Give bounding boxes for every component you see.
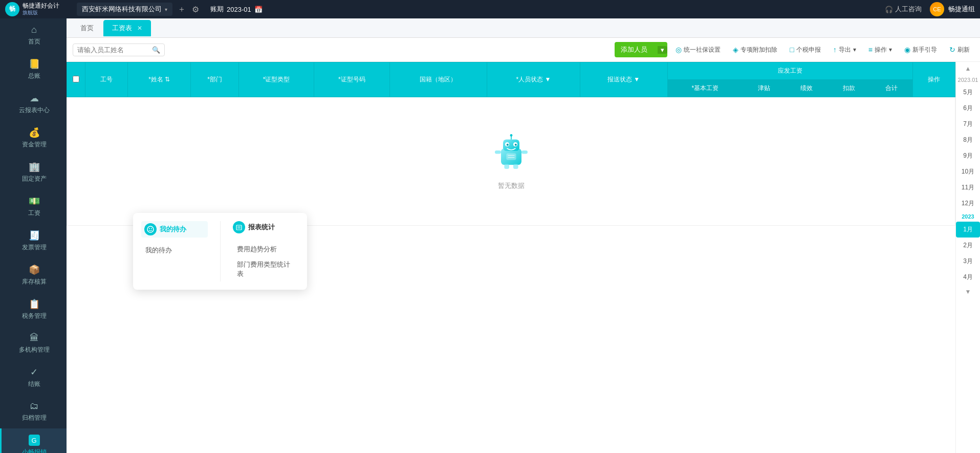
month-item-7[interactable]: 7月	[956, 116, 980, 132]
sidebar-item-salary[interactable]: 💵 工资	[0, 189, 67, 224]
popup-left-col: 我的待办 我的待办	[141, 221, 208, 282]
month-item-8[interactable]: 8月	[956, 132, 980, 148]
top-bar: 畅 畅捷通好会计 旗舰版 西安虾米网络科技有限公司 ▾ ＋ ⚙ 账期 2023-…	[0, 0, 980, 18]
th-cert-number: *证型号码	[314, 62, 389, 97]
sidebar-item-home[interactable]: ⌂ 首页	[0, 18, 67, 52]
tab-salary-table[interactable]: 工资表 ✕	[103, 20, 151, 36]
sidebar-item-closing[interactable]: ✓ 结账	[0, 360, 67, 395]
th-base-salary: *基本工资	[667, 80, 743, 97]
search-icon: 🔍	[152, 46, 160, 54]
tab-home[interactable]: 首页	[72, 20, 102, 36]
invoice-icon: 🧾	[29, 230, 40, 241]
special-deduction-btn[interactable]: ◈ 专项附加扣除	[729, 44, 781, 56]
sidebar-item-tax[interactable]: 📋 税务管理	[0, 292, 67, 327]
th-deduction: 扣款	[827, 80, 870, 97]
logo-area: 畅 畅捷通好会计 旗舰版	[5, 2, 72, 16]
social-insurance-icon: ◎	[676, 46, 682, 54]
operations-label: 操作	[875, 46, 887, 54]
social-insurance-label: 统一社保设置	[684, 46, 721, 54]
month-item-2[interactable]: 2月	[956, 238, 980, 253]
add-icon[interactable]: ＋	[178, 4, 186, 15]
select-all-checkbox[interactable]	[73, 76, 79, 82]
company-selector[interactable]: 西安虾米网络科技有限公司 ▾	[77, 3, 172, 16]
special-deduction-icon: ◈	[733, 46, 738, 54]
home-icon: ⌂	[31, 25, 37, 35]
top-actions: ＋ ⚙ 账期 2023-01 📅	[178, 4, 263, 15]
ledger-icon: 📒	[29, 58, 40, 70]
month-item-5[interactable]: 5月	[956, 84, 980, 100]
sidebar-label-assets: 固定资产	[22, 175, 47, 183]
month-item-1[interactable]: 1月	[956, 222, 980, 238]
support-button[interactable]: 🎧 人工咨询	[885, 5, 922, 14]
calendar-icon[interactable]: 📅	[254, 6, 263, 13]
popup-left-header[interactable]: 我的待办	[141, 221, 208, 238]
sidebar-item-ledger[interactable]: 📒 总账	[0, 52, 67, 87]
popup-divider	[220, 221, 221, 282]
social-insurance-btn[interactable]: ◎ 统一社保设置	[671, 44, 725, 56]
month-item-11[interactable]: 11月	[956, 180, 980, 196]
empty-robot-icon	[491, 132, 532, 173]
sidebar-item-fund[interactable]: 💰 资金管理	[0, 121, 67, 155]
popup-dept-expense[interactable]: 部门费用类型统计表	[233, 257, 299, 282]
sidebar-item-invoice[interactable]: 🧾 发票管理	[0, 224, 67, 258]
refresh-icon: ↻	[949, 46, 955, 54]
add-btn-arrow-icon[interactable]: ▾	[658, 46, 667, 54]
logo-text: 畅捷通好会计	[23, 2, 59, 9]
month-item-6[interactable]: 6月	[956, 100, 980, 116]
sidebar: ⌂ 首页 📒 总账 ☁ 云报表中心 💰 资金管理 🏢 固定资产 💵 工资 🧾 发…	[0, 18, 67, 453]
th-nationality: 国籍（地区）	[389, 62, 487, 97]
th-due-salary-group: 应发工资	[667, 62, 912, 80]
th-dept: *部门	[191, 62, 238, 97]
settings-icon[interactable]: ⚙	[192, 5, 199, 14]
svg-rect-12	[506, 154, 516, 160]
sidebar-label-cloud: 云报表中心	[19, 106, 50, 115]
sidebar-item-cloud-report[interactable]: ☁ 云报表中心	[0, 87, 67, 121]
month-nav-up[interactable]: ▲	[956, 62, 980, 75]
operations-arrow-icon: ▾	[889, 46, 892, 53]
sidebar-item-xiaochang[interactable]: G 小畅报销	[0, 428, 67, 453]
logo-icon: 畅	[5, 2, 19, 16]
export-btn[interactable]: ↑ 导出 ▾	[829, 44, 860, 56]
sidebar-item-inventory[interactable]: 📦 库存核算	[0, 258, 67, 292]
month-item-3[interactable]: 3月	[956, 253, 980, 269]
tab-close-icon[interactable]: ✕	[137, 25, 142, 32]
svg-point-16	[149, 228, 150, 229]
guide-btn[interactable]: ◉ 新手引导	[900, 44, 941, 56]
svg-point-17	[151, 228, 152, 229]
refresh-btn[interactable]: ↻ 刷新	[945, 44, 974, 56]
sidebar-item-archive[interactable]: 🗂 归档管理	[0, 395, 67, 428]
inventory-icon: 📦	[29, 264, 40, 275]
empty-state: 暂无数据	[70, 101, 952, 221]
month-nav-down[interactable]: ▼	[956, 285, 980, 298]
sidebar-label-archive: 归档管理	[22, 414, 47, 422]
popup-my-pending[interactable]: 我的待办	[141, 243, 208, 258]
search-input[interactable]	[77, 46, 149, 54]
month-item-12[interactable]: 12月	[956, 196, 980, 211]
tax-report-btn[interactable]: □ 个税申报	[786, 44, 824, 56]
logo-initials: 畅	[9, 5, 15, 13]
avatar: CE	[930, 2, 944, 16]
assets-icon: 🏢	[29, 161, 40, 172]
search-box[interactable]: 🔍	[73, 44, 165, 56]
month-item-10[interactable]: 10月	[956, 164, 980, 180]
th-job-number: 工号	[85, 62, 128, 97]
tax-report-icon: □	[790, 46, 794, 54]
sidebar-label-salary: 工资	[28, 209, 40, 218]
sidebar-item-multi-org[interactable]: 🏛 多机构管理	[0, 327, 67, 360]
logo-text-area: 畅捷通好会计 旗舰版	[23, 2, 59, 16]
sidebar-label-ledger: 总账	[28, 72, 40, 80]
sidebar-label-tax: 税务管理	[22, 312, 47, 320]
month-item-4[interactable]: 4月	[956, 269, 980, 285]
operations-btn[interactable]: ≡ 操作 ▾	[864, 44, 896, 56]
popup-right-header[interactable]: 报表统计	[233, 221, 299, 236]
month-item-9[interactable]: 9月	[956, 148, 980, 164]
th-name: *姓名 ⇅	[128, 62, 191, 97]
toolbar: 🔍 添加人员 ▾ ◎ 统一社保设置 ◈ 专项附加扣除 □ 个税申报 ↑ 导出	[67, 38, 980, 62]
popup-right-title: 报表统计	[248, 223, 275, 232]
user-name: 畅捷通组	[948, 5, 975, 14]
svg-rect-9	[521, 150, 528, 154]
popup-expense-trend[interactable]: 费用趋势分析	[233, 242, 299, 257]
report-icon	[233, 221, 245, 233]
add-person-button[interactable]: 添加人员 ▾	[615, 42, 667, 57]
sidebar-item-assets[interactable]: 🏢 固定资产	[0, 155, 67, 189]
